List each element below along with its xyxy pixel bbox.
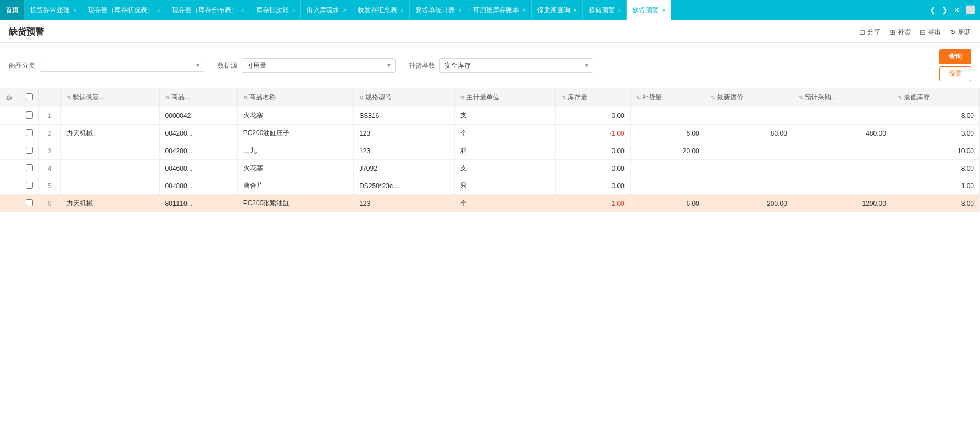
cell-product_name: PC200张紧油缸 bbox=[237, 195, 353, 212]
share-action[interactable]: ⊡ 分享 bbox=[859, 27, 881, 37]
sort-icon-spec: ⇅ bbox=[359, 94, 364, 100]
nav-tab-stock-dist[interactable]: 现存量（库存分布表）× bbox=[166, 0, 250, 20]
datasource-value: 可用量 bbox=[247, 61, 266, 70]
cell-latest_price bbox=[705, 107, 793, 125]
nav-next-button[interactable]: ❯ bbox=[939, 0, 951, 20]
nav-tab-avail-ledger[interactable]: 可用量库存账本× bbox=[467, 0, 532, 20]
datasource-arrow-icon: ▾ bbox=[387, 61, 391, 69]
sort-icon-product_name: ⇅ bbox=[243, 94, 248, 100]
nav-tab-label: 现存量（库存分布表） bbox=[172, 5, 238, 15]
nav-tab-receive-pay[interactable]: 收发存汇总表× bbox=[352, 0, 410, 20]
nav-tab-close-icon[interactable]: × bbox=[292, 7, 296, 13]
nav-tab-overstock[interactable]: 超储预警× bbox=[583, 0, 627, 20]
col-label-replenish_qty: 补货量 bbox=[642, 93, 662, 102]
replenish-basis-filter-group: 补货基数 安全库存 ▾ bbox=[409, 58, 593, 73]
nav-tab-home[interactable]: 首页 bbox=[0, 0, 25, 20]
nav-tab-label: 现存量（库存状况表） bbox=[88, 5, 154, 15]
cell-min_stock: 8.00 bbox=[892, 160, 979, 177]
table-settings-icon[interactable]: ⚙ bbox=[5, 93, 14, 102]
category-select[interactable]: ▾ bbox=[40, 59, 204, 72]
cell-est_purchase: 480.00 bbox=[793, 125, 892, 142]
column-header-stock_qty[interactable]: ⇅库存量 bbox=[561, 93, 625, 102]
query-button[interactable]: 查询 bbox=[939, 49, 971, 64]
nav-tab-label: 可用量库存账本 bbox=[473, 5, 519, 15]
cell-latest_price: 200.00 bbox=[705, 195, 793, 212]
nav-tab-label: 库存批次账 bbox=[256, 5, 289, 15]
cell-stock_qty: 0.00 bbox=[555, 107, 630, 125]
cell-product_name: 三九 bbox=[237, 142, 353, 160]
row-checkbox[interactable] bbox=[26, 199, 33, 206]
column-header-product_name[interactable]: ⇅商品名称 bbox=[243, 93, 348, 102]
nav-tab-close-icon[interactable]: × bbox=[522, 7, 526, 13]
nav-tab-close-icon[interactable]: × bbox=[400, 7, 404, 13]
cell-spec: 123 bbox=[354, 125, 454, 142]
column-header-latest_price[interactable]: ⇅最新进价 bbox=[711, 93, 787, 102]
nav-tab-close-icon[interactable]: × bbox=[343, 7, 346, 13]
nav-tab-label: 收发存汇总表 bbox=[358, 5, 397, 15]
cell-est_purchase bbox=[793, 177, 892, 195]
column-header-product_code[interactable]: ⇅商品... bbox=[165, 93, 232, 102]
row-checkbox[interactable] bbox=[26, 164, 33, 171]
cell-default_supplier: 力天机械 bbox=[60, 125, 159, 142]
nav-tab-close-icon[interactable]: × bbox=[73, 7, 76, 13]
nav-controls: ❮ ❯ ✕ ⬜ bbox=[925, 0, 980, 20]
select-all-checkbox[interactable] bbox=[26, 93, 33, 100]
nav-close-button[interactable]: ✕ bbox=[951, 0, 963, 20]
cell-spec: SS816 bbox=[354, 107, 454, 125]
export-action[interactable]: ⊟ 导出 bbox=[920, 27, 941, 37]
cell-replenish_qty: 20.00 bbox=[630, 142, 705, 160]
cell-replenish_qty: 6.00 bbox=[630, 195, 705, 212]
category-label: 商品分类 bbox=[9, 61, 35, 70]
column-header-replenish_qty[interactable]: ⇅补货量 bbox=[636, 93, 699, 102]
cell-default_supplier bbox=[60, 107, 159, 125]
column-header-spec[interactable]: ⇅规格型号 bbox=[359, 93, 448, 102]
settings-button[interactable]: 设置 bbox=[939, 66, 971, 81]
nav-tab-batch-account[interactable]: 库存批次账× bbox=[250, 0, 302, 20]
row-checkbox[interactable] bbox=[26, 111, 33, 119]
row-checkbox[interactable] bbox=[26, 182, 33, 189]
column-header-unit[interactable]: ⇅主计量单位 bbox=[460, 93, 550, 102]
table-row: 3004200...三九123箱0.0020.0010.00 bbox=[0, 142, 980, 160]
column-header-default_supplier[interactable]: ⇅默认供应... bbox=[66, 93, 154, 102]
cell-min_stock: 3.00 bbox=[892, 125, 979, 142]
page-header: 缺货预警 ⊡ 分享 ⊞ 补货 ⊟ 导出 ↻ 刷新 bbox=[0, 20, 980, 43]
datasource-filter-group: 数据源 可用量 ▾ bbox=[218, 58, 396, 73]
nav-tab-close-icon[interactable]: × bbox=[458, 7, 461, 13]
row-number: 5 bbox=[38, 177, 60, 195]
main-content: 缺货预警 ⊡ 分享 ⊞ 补货 ⊟ 导出 ↻ 刷新 商品分类 bbox=[0, 20, 980, 437]
nav-tab-close-icon[interactable]: × bbox=[618, 7, 621, 13]
column-header-est_purchase[interactable]: ⇅预计采购... bbox=[799, 93, 886, 102]
cell-stock_qty: 0.00 bbox=[555, 177, 630, 195]
refresh-action[interactable]: ↻ 刷新 bbox=[950, 27, 971, 37]
nav-tab-in-out-flow[interactable]: 出入库流水× bbox=[301, 0, 352, 20]
col-label-est_purchase: 预计采购... bbox=[805, 93, 837, 102]
cell-product_name: 离合片 bbox=[237, 177, 353, 195]
cell-default_supplier bbox=[60, 160, 159, 177]
nav-maximize-button[interactable]: ⬜ bbox=[963, 0, 978, 20]
nav-tab-expiry-query[interactable]: 保质期查询× bbox=[532, 0, 583, 20]
nav-tab-stale-exception[interactable]: 拣货异常处理× bbox=[25, 0, 82, 20]
cell-min_stock: 3.00 bbox=[892, 195, 979, 212]
nav-tab-shortage[interactable]: 缺货预警× bbox=[627, 0, 671, 20]
nav-prev-button[interactable]: ❮ bbox=[927, 0, 939, 20]
cell-product_code: 004200... bbox=[159, 125, 237, 142]
row-number: 2 bbox=[38, 125, 60, 142]
row-checkbox[interactable] bbox=[26, 147, 33, 154]
cell-spec: 123 bbox=[354, 142, 454, 160]
sort-icon-est_purchase: ⇅ bbox=[799, 94, 803, 100]
column-header-min_stock[interactable]: ⇅最低库存 bbox=[898, 93, 974, 102]
cell-est_purchase bbox=[793, 107, 892, 125]
nav-tab-close-icon[interactable]: × bbox=[241, 7, 244, 13]
nav-tab-close-icon[interactable]: × bbox=[662, 7, 665, 13]
nav-tab-close-icon[interactable]: × bbox=[157, 7, 160, 13]
row-checkbox[interactable] bbox=[26, 129, 33, 136]
replenish-action[interactable]: ⊞ 补货 bbox=[889, 27, 911, 37]
cell-product_code: 004800... bbox=[159, 177, 237, 195]
nav-tab-demand-stats[interactable]: 要货单统计表× bbox=[410, 0, 467, 20]
datasource-label: 数据源 bbox=[218, 61, 237, 70]
replenish-basis-select[interactable]: 安全库存 ▾ bbox=[439, 58, 593, 73]
nav-tab-close-icon[interactable]: × bbox=[573, 7, 577, 13]
datasource-select[interactable]: 可用量 ▾ bbox=[242, 58, 396, 73]
table-row: 4004600...火花塞J7092支0.008.00 bbox=[0, 160, 980, 177]
nav-tab-stock-status[interactable]: 现存量（库存状况表）× bbox=[82, 0, 166, 20]
